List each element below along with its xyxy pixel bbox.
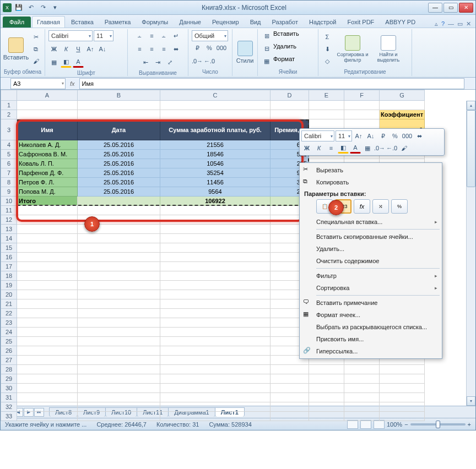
- cell[interactable]: [160, 346, 271, 356]
- cm-delete[interactable]: Удалить...: [301, 243, 441, 255]
- help-icon[interactable]: ?: [441, 20, 445, 28]
- formula-bar[interactable]: Имя: [79, 78, 464, 89]
- cell[interactable]: [380, 412, 425, 421]
- cell[interactable]: [78, 309, 160, 318]
- bold-button[interactable]: Ж: [48, 43, 60, 54]
- cell[interactable]: [17, 243, 78, 253]
- select-all-corner[interactable]: [1, 90, 17, 101]
- tab-layout[interactable]: Разметка: [100, 16, 136, 28]
- mt-size-combo[interactable]: 11: [336, 130, 352, 141]
- percent-icon[interactable]: %: [204, 42, 215, 53]
- row-header[interactable]: 1: [1, 101, 17, 110]
- cell[interactable]: 21556: [160, 140, 271, 150]
- cell[interactable]: [78, 253, 160, 262]
- row-header[interactable]: 28: [1, 365, 17, 374]
- mt-italic-icon[interactable]: К: [313, 143, 324, 154]
- indent-inc-icon[interactable]: ⇥: [153, 57, 164, 68]
- cell[interactable]: Сумма заработной платы, руб.: [160, 119, 271, 140]
- cell[interactable]: [271, 101, 309, 110]
- cell[interactable]: 25.05.2016: [78, 140, 160, 150]
- cell[interactable]: 25.05.2016: [78, 187, 160, 197]
- close-button[interactable]: ✕: [459, 3, 473, 13]
- col-header[interactable]: B: [78, 90, 160, 101]
- tab-insert[interactable]: Вставка: [66, 16, 99, 28]
- mt-center-icon[interactable]: ≡: [326, 143, 337, 154]
- cm-insert-copied[interactable]: Вставить скопированные ячейки...: [301, 231, 441, 243]
- number-format-combo[interactable]: Общий: [192, 30, 228, 41]
- zoom-in-icon[interactable]: +: [468, 421, 471, 428]
- scroll-thumb[interactable]: [467, 110, 475, 187]
- cell[interactable]: [17, 262, 78, 271]
- tab-review[interactable]: Рецензир: [207, 16, 244, 28]
- cell[interactable]: 106922: [160, 197, 271, 206]
- cell[interactable]: [160, 101, 271, 110]
- cell[interactable]: [17, 365, 78, 374]
- cell[interactable]: [17, 215, 78, 225]
- cell[interactable]: [344, 393, 380, 402]
- orientation-icon[interactable]: ⤢: [165, 57, 176, 68]
- cell[interactable]: 25.05.2016: [78, 159, 160, 168]
- cell[interactable]: [160, 402, 271, 412]
- format-cells-icon[interactable]: ▦: [261, 56, 272, 67]
- cell[interactable]: [309, 101, 344, 110]
- cell[interactable]: [344, 384, 380, 393]
- row-header[interactable]: 29: [1, 374, 17, 384]
- name-box[interactable]: A3: [10, 78, 66, 89]
- cell[interactable]: [78, 356, 160, 365]
- cell[interactable]: [78, 402, 160, 412]
- col-header[interactable]: C: [160, 90, 271, 101]
- format-painter-icon[interactable]: 🖌: [30, 56, 41, 67]
- cell[interactable]: [160, 243, 271, 253]
- row-header[interactable]: 6: [1, 159, 17, 168]
- row-header[interactable]: 23: [1, 318, 17, 328]
- delete-cells-icon[interactable]: ⊟: [261, 43, 272, 54]
- minimize-button[interactable]: —: [428, 3, 442, 13]
- cell[interactable]: [271, 374, 309, 384]
- cell[interactable]: [380, 384, 425, 393]
- cell[interactable]: Итого: [17, 197, 78, 206]
- cell[interactable]: [160, 110, 271, 119]
- cell[interactable]: [344, 365, 380, 374]
- row-header[interactable]: 20: [1, 290, 17, 299]
- ribbon-minimize-icon[interactable]: ▵: [435, 20, 438, 28]
- cell[interactable]: [78, 412, 160, 421]
- row-header[interactable]: 33: [1, 412, 17, 421]
- cell[interactable]: Петров Ф. Л.: [17, 178, 78, 187]
- cell[interactable]: [380, 101, 425, 110]
- cell[interactable]: [17, 346, 78, 356]
- cell[interactable]: [78, 299, 160, 309]
- row-header[interactable]: 16: [1, 253, 17, 262]
- cell[interactable]: [78, 290, 160, 299]
- cell[interactable]: [344, 374, 380, 384]
- cell[interactable]: Парфенов Д. Ф.: [17, 168, 78, 178]
- row-header[interactable]: 13: [1, 225, 17, 234]
- cell[interactable]: [271, 384, 309, 393]
- cell[interactable]: Имя: [17, 119, 78, 140]
- mt-shrink-icon[interactable]: A↓: [365, 130, 376, 141]
- doc-close-icon[interactable]: ✕: [466, 20, 471, 28]
- cell[interactable]: [380, 374, 425, 384]
- cell[interactable]: [309, 412, 344, 421]
- cell[interactable]: 25.05.2016: [78, 178, 160, 187]
- cell[interactable]: [17, 110, 78, 119]
- scroll-up-icon[interactable]: ▴: [467, 101, 475, 110]
- shrink-font-icon[interactable]: A↓: [97, 43, 108, 54]
- cell[interactable]: [78, 328, 160, 337]
- cell[interactable]: 11456: [160, 178, 271, 187]
- undo-icon[interactable]: ↶: [26, 3, 36, 13]
- cell[interactable]: [309, 393, 344, 402]
- cm-clear[interactable]: Очистить содержимое: [301, 255, 441, 267]
- cell[interactable]: [17, 412, 78, 421]
- cell[interactable]: [78, 206, 160, 215]
- cm-paste-special[interactable]: Специальная вставка...▸: [301, 216, 441, 228]
- cell[interactable]: [344, 110, 380, 119]
- mt-painter-icon[interactable]: 🖌: [398, 143, 409, 154]
- cell[interactable]: Николаев А. Д.: [17, 140, 78, 150]
- fill-color-icon[interactable]: ◧: [61, 57, 72, 68]
- row-header[interactable]: 30: [1, 384, 17, 393]
- inc-decimal-icon[interactable]: .0→: [192, 56, 203, 67]
- doc-restore-icon[interactable]: ▭: [457, 20, 463, 28]
- fx-icon[interactable]: fx: [70, 80, 75, 87]
- cell[interactable]: [271, 402, 309, 412]
- mt-currency-icon[interactable]: ₽: [377, 130, 388, 141]
